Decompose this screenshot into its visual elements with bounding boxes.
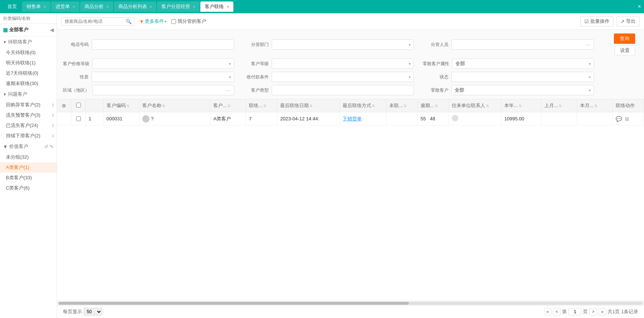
th-code[interactable]: 客户编码 ⇅ bbox=[103, 99, 139, 112]
batch-op-button[interactable]: ☑ 批量操作 bbox=[580, 16, 613, 26]
th-this-month[interactable]: 本月... ⇅ bbox=[577, 99, 613, 112]
filter-more-btn[interactable]: ▼ 更多条件 ▾ bbox=[139, 18, 167, 25]
retail-customer-select[interactable]: 全部 ▾ bbox=[451, 85, 594, 95]
scrollbar-track[interactable] bbox=[58, 302, 643, 305]
nature-label: 性质 bbox=[63, 74, 89, 80]
th-contact[interactable]: 联络... ⇅ bbox=[246, 99, 277, 112]
tab-customer-mgmt[interactable]: 客户分层经营 × bbox=[157, 1, 200, 12]
scrollbar-thumb[interactable] bbox=[58, 302, 409, 305]
last-page-btn[interactable]: » bbox=[598, 308, 606, 315]
th-contact-person[interactable]: 往来单位联系人 ⇅ bbox=[448, 99, 501, 112]
chat-icon[interactable]: 💬 bbox=[616, 116, 622, 122]
retail-attr-select[interactable]: 全部 ▾ bbox=[452, 59, 594, 69]
sidebar-collapse-icon[interactable]: ◀ bbox=[50, 27, 54, 33]
tab-customer-contact-close[interactable]: × bbox=[227, 5, 229, 9]
tab-analysis-list-close[interactable]: × bbox=[150, 5, 152, 9]
tab-analysis-list[interactable]: 商品分析列表 × bbox=[114, 1, 157, 12]
pending-arrow[interactable]: ▼ bbox=[3, 40, 7, 44]
th-last-method[interactable]: 最后联络方式 ⇅ bbox=[339, 99, 386, 112]
th-this-year[interactable]: 本年... ⇅ bbox=[501, 99, 541, 112]
next-page-btn[interactable]: > bbox=[589, 308, 597, 315]
th-type[interactable]: 客户... ⇅ bbox=[210, 99, 246, 112]
select-all-checkbox[interactable] bbox=[76, 103, 81, 107]
retail-attr-arrow: ▾ bbox=[589, 62, 591, 66]
filter-search-icon[interactable]: 🔍 bbox=[126, 19, 132, 24]
price-level-select[interactable]: ▾ bbox=[92, 59, 234, 69]
status-select[interactable]: ▾ bbox=[451, 72, 594, 82]
dept-select[interactable]: ▾ bbox=[272, 39, 414, 50]
my-customers-checkbox-label[interactable]: 我分管的客户 bbox=[171, 18, 206, 25]
filter-search-input[interactable] bbox=[65, 19, 124, 24]
filter-nature: 性质 ▾ bbox=[63, 72, 234, 82]
row-checkbox[interactable] bbox=[76, 116, 81, 121]
sidebar-all-customers[interactable]: ▦ 全部客户 ◀ bbox=[0, 24, 57, 36]
tab-customer-contact-label: 客户联络 bbox=[205, 3, 224, 10]
tab-purchase-close[interactable]: × bbox=[73, 5, 75, 9]
value-label: 价值客户 bbox=[9, 143, 28, 150]
tab-sales-close[interactable]: × bbox=[44, 5, 46, 9]
th-actions-label: 联络动作 bbox=[616, 103, 635, 108]
tab-purchase[interactable]: 进货单 × bbox=[51, 1, 79, 12]
sidebar-item-tomorrow[interactable]: 明天待联络(1) bbox=[0, 58, 57, 68]
nature-select[interactable]: ▾ bbox=[92, 72, 234, 82]
sidebar-search-input[interactable] bbox=[3, 16, 57, 21]
value-refresh-icon[interactable]: ↺ bbox=[44, 144, 48, 149]
row-last-method[interactable]: 下销货单 bbox=[343, 116, 362, 121]
sidebar-item-7days[interactable]: 近7天待联络(0) bbox=[0, 68, 57, 78]
problem-arrow[interactable]: ▼ bbox=[3, 92, 7, 96]
first-page-btn[interactable]: « bbox=[544, 308, 552, 315]
my-customers-checkbox[interactable] bbox=[171, 19, 176, 24]
tab-customer-contact[interactable]: 客户联络 × bbox=[200, 1, 233, 12]
filter-manager: 分管人员 ··· bbox=[423, 39, 594, 50]
manager-select[interactable]: ··· bbox=[451, 39, 594, 50]
horizontal-scrollbar[interactable] bbox=[57, 301, 644, 305]
phone-input[interactable] bbox=[92, 39, 234, 50]
th-last-month[interactable]: 上月... ⇅ bbox=[541, 99, 577, 112]
close-all-tabs[interactable]: × bbox=[638, 3, 641, 10]
sidebar-item-a-class[interactable]: A类客户(1) bbox=[0, 162, 57, 173]
value-arrow[interactable]: ▼ bbox=[3, 144, 8, 149]
query-button[interactable]: 查询 bbox=[614, 33, 635, 44]
pay-terms-select[interactable]: ▾ bbox=[272, 72, 414, 82]
filter-phone: 电话号码 bbox=[63, 39, 234, 50]
sidebar-item-today[interactable]: 今天待联络(0) bbox=[0, 47, 57, 58]
prev-page-btn[interactable]: < bbox=[553, 308, 561, 315]
qr-icon[interactable]: ⊞ bbox=[625, 116, 629, 122]
setting-button[interactable]: 设置 bbox=[615, 45, 635, 56]
dept-arrow-icon: ▾ bbox=[409, 43, 411, 47]
th-last-date[interactable]: 最后联络日期 ⇅ bbox=[277, 99, 340, 112]
row-overdue: 55 bbox=[421, 116, 426, 121]
sidebar-item-churn-warning[interactable]: 流失预警客户(3) ℹ bbox=[0, 110, 57, 120]
region-select[interactable]: ··· bbox=[92, 85, 234, 95]
th-checkbox[interactable] bbox=[71, 99, 86, 112]
sidebar-item-ungrouped[interactable]: 未分组(32) bbox=[0, 152, 57, 162]
phone-label: 电话号码 bbox=[63, 42, 89, 48]
row-code-cell: 000031 bbox=[103, 112, 139, 126]
th-overdue[interactable]: 逾期... ⇅ bbox=[418, 99, 449, 112]
th-name[interactable]: 客户名称 ⇅ bbox=[139, 99, 210, 112]
customer-type-select[interactable] bbox=[272, 85, 414, 95]
export-button[interactable]: ↗ 导出 bbox=[616, 16, 640, 26]
tab-analysis[interactable]: 商品分析 × bbox=[80, 1, 113, 12]
customer-level-select[interactable]: ▾ bbox=[272, 59, 414, 69]
th-setting[interactable]: ⚙ bbox=[57, 99, 71, 112]
pay-terms-arrow: ▾ bbox=[409, 75, 411, 79]
sidebar-item-overdue[interactable]: 逾期未联络(30) bbox=[0, 78, 57, 89]
sidebar-item-b-class[interactable]: B类客户(33) bbox=[0, 173, 57, 183]
per-page-dropdown[interactable]: 50 100 200 bbox=[83, 308, 102, 316]
sidebar-item-repurchase-abnormal[interactable]: 回购异常客户(2) ℹ bbox=[0, 100, 57, 110]
sidebar-item-c-class[interactable]: C类客户(6) bbox=[0, 183, 57, 193]
page-input[interactable] bbox=[568, 308, 582, 315]
sidebar-item-declining[interactable]: 持续下滑客户(2) ℹ bbox=[0, 131, 57, 141]
manager-dots-icon: ··· bbox=[585, 42, 591, 47]
th-unlink-days[interactable]: 未联... ⇅ bbox=[386, 99, 418, 112]
advanced-filter: 电话号码 分管部门 ▾ 分管人员 bbox=[57, 30, 644, 99]
tab-sales[interactable]: 销售单 × bbox=[22, 1, 50, 12]
row-checkbox-cell bbox=[71, 112, 86, 126]
tab-customer-mgmt-close[interactable]: × bbox=[193, 5, 195, 9]
value-edit-icon[interactable]: ✎ bbox=[50, 144, 54, 149]
tab-analysis-close[interactable]: × bbox=[107, 5, 109, 9]
row-last-date: 2023-04-12 14:44: bbox=[280, 116, 319, 121]
tab-home[interactable]: 首页 bbox=[3, 1, 21, 12]
sidebar-item-churned[interactable]: 已流失客户(24) ℹ bbox=[0, 120, 57, 131]
